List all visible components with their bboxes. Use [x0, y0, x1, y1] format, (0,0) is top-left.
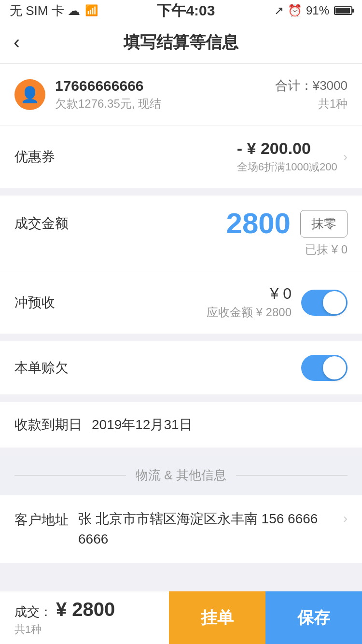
address-section[interactable]: 客户地址 张 北京市市辖区海淀区永丰南 156 6666 6666 ›: [0, 495, 362, 563]
customer-section: 👤 17666666666 欠款1276.35元, 现结 合计：¥3000 共1…: [0, 64, 362, 188]
bottom-summary-amount: ¥ 2800: [56, 599, 115, 620]
divider-line-right: [236, 475, 348, 476]
back-button[interactable]: ‹: [14, 31, 20, 53]
coupon-right: - ¥ 200.00 全场6折满1000减200 ›: [237, 139, 348, 174]
customer-row: 👤 17666666666 欠款1276.35元, 现结 合计：¥3000 共1…: [0, 64, 362, 125]
duedate-value: 2019年12月31日: [92, 416, 193, 434]
trade-sub: 已抹 ¥ 0: [14, 242, 348, 257]
toggle-knob: [323, 291, 346, 314]
sim-status: 无 SIM 卡 ☁: [10, 2, 80, 19]
total-count: 共1种: [275, 96, 348, 112]
prepay-label: 冲预收: [14, 294, 55, 312]
chevron-right-icon: ›: [343, 149, 348, 165]
coupon-row[interactable]: 优惠券 - ¥ 200.00 全场6折满1000减200 ›: [0, 125, 362, 188]
prepay-section: 冲预收 ¥ 0 应收金额 ¥ 2800: [0, 271, 362, 334]
status-bar: 无 SIM 卡 ☁ 📶 下午4:03 ↗ ⏰ 91%: [0, 0, 362, 21]
credit-label: 本单赊欠: [14, 359, 69, 377]
customer-sub: 欠款1276.35元, 现结: [55, 96, 161, 112]
customer-right: 合计：¥3000 共1种: [275, 77, 348, 112]
bottom-summary: 成交： ¥ 2800 共1种: [0, 599, 169, 637]
customer-left: 👤 17666666666 欠款1276.35元, 现结: [14, 78, 161, 112]
logistics-divider: 物流 & 其他信息: [0, 455, 362, 495]
total-label: 合计：¥3000: [275, 77, 348, 94]
coupon-info: - ¥ 200.00 全场6折满1000减200: [237, 139, 337, 174]
prepay-sub: 应收金额 ¥ 2800: [207, 305, 292, 320]
avatar: 👤: [14, 79, 45, 110]
trade-label: 成交金额: [14, 214, 69, 233]
bottom-summary-top: 成交： ¥ 2800: [14, 599, 154, 620]
address-value: 张 北京市市辖区海淀区永丰南 156 6666 6666: [78, 509, 343, 549]
location-icon: ↗: [274, 4, 284, 17]
coupon-sub: 全场6折满1000减200: [237, 160, 337, 174]
status-left: 无 SIM 卡 ☁ 📶: [10, 2, 98, 19]
bottom-bar: 成交： ¥ 2800 共1种 挂单 保存: [0, 591, 362, 644]
page-title: 填写结算等信息: [124, 31, 238, 54]
address-chevron-icon: ›: [343, 509, 348, 526]
coupon-label: 优惠券: [14, 148, 55, 166]
round-button[interactable]: 抹零: [300, 210, 348, 238]
content-area: 👤 17666666666 欠款1276.35元, 现结 合计：¥3000 共1…: [0, 64, 362, 644]
prepay-toggle[interactable]: [301, 290, 348, 316]
battery-percent: 91%: [306, 4, 329, 17]
customer-info: 17666666666 欠款1276.35元, 现结: [55, 78, 161, 112]
prepay-amount: ¥ 0: [207, 285, 292, 303]
status-time: 下午4:03: [157, 1, 215, 21]
alarm-icon: ⏰: [288, 4, 302, 17]
wifi-icon: 📶: [85, 4, 98, 17]
address-label: 客户地址: [14, 509, 69, 529]
prepay-amount-block: ¥ 0 应收金额 ¥ 2800: [207, 285, 292, 320]
credit-section: 本单赊欠: [0, 341, 362, 394]
credit-toggle[interactable]: [301, 355, 348, 381]
customer-phone: 17666666666: [55, 78, 161, 94]
duedate-row: 收款到期日 2019年12月31日: [14, 416, 348, 434]
pending-button[interactable]: 挂单: [169, 591, 265, 644]
avatar-icon: 👤: [20, 85, 40, 104]
bottom-summary-label: 成交：: [14, 603, 52, 620]
status-right: ↗ ⏰ 91%: [274, 4, 352, 17]
credit-toggle-knob: [323, 356, 346, 379]
trade-amount: 2800: [226, 209, 291, 238]
bottom-summary-count: 共1种: [14, 622, 154, 637]
prepay-right: ¥ 0 应收金额 ¥ 2800: [207, 285, 348, 320]
save-button[interactable]: 保存: [265, 591, 362, 644]
coupon-discount: - ¥ 200.00: [237, 139, 337, 158]
trade-row: 成交金额 2800 抹零: [14, 209, 348, 238]
prepay-row: 冲预收 ¥ 0 应收金额 ¥ 2800: [14, 285, 348, 320]
logistics-label: 物流 & 其他信息: [136, 467, 226, 484]
battery-icon: [334, 6, 352, 15]
trade-section: 成交金额 2800 抹零 已抹 ¥ 0 冲预收 ¥ 0 应收金额 ¥ 2800: [0, 196, 362, 334]
duedate-label: 收款到期日: [14, 416, 82, 434]
trade-amount-row: 成交金额 2800 抹零 已抹 ¥ 0: [0, 196, 362, 271]
trade-right: 2800 抹零: [226, 209, 348, 238]
duedate-section: 收款到期日 2019年12月31日: [0, 402, 362, 448]
nav-bar: ‹ 填写结算等信息: [0, 21, 362, 64]
divider-line-left: [14, 475, 126, 476]
